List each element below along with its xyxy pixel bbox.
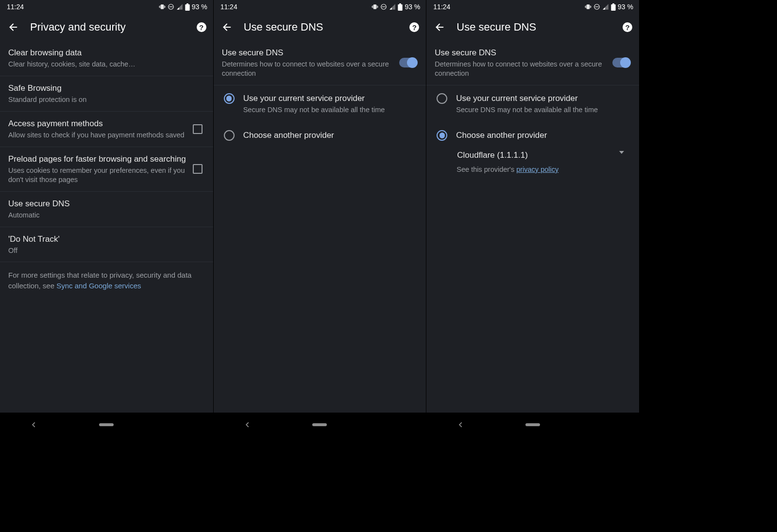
sync-services-link[interactable]: Sync and Google services: [56, 282, 141, 290]
back-icon[interactable]: [8, 22, 18, 33]
option-title: Use your current service provider: [243, 93, 418, 104]
item-subtitle: Off: [8, 246, 206, 255]
status-time: 11:24: [220, 3, 237, 11]
app-bar: Privacy and security ?: [0, 14, 213, 41]
radio-current-provider[interactable]: [437, 93, 447, 104]
status-right: 93 %: [372, 3, 420, 11]
item-access-payment[interactable]: Access payment methods Allow sites to ch…: [0, 112, 213, 147]
chevron-down-icon: [619, 151, 624, 154]
option-title: Choose another provider: [456, 130, 631, 141]
pane-privacy-security: 11:24 93 % Privacy and security ? Clear …: [0, 0, 213, 437]
radio-choose-another[interactable]: [437, 130, 447, 141]
option-current-provider[interactable]: Use your current service provider Secure…: [214, 85, 426, 122]
svg-rect-2: [185, 4, 189, 10]
secure-dns-toggle[interactable]: [399, 58, 417, 67]
item-use-secure-dns[interactable]: Use secure DNS Automatic: [0, 192, 213, 227]
option-title: Choose another provider: [243, 130, 418, 141]
item-preload-pages[interactable]: Preload pages for faster browsing and se…: [0, 147, 213, 192]
toggle-subtitle: Determines how to connect to websites ov…: [435, 60, 607, 78]
battery-icon: [611, 3, 616, 11]
app-bar: Use secure DNS ?: [214, 14, 426, 41]
nav-back-icon[interactable]: [31, 421, 37, 428]
toggle-title: Use secure DNS: [222, 48, 394, 58]
status-time: 11:24: [7, 3, 24, 11]
option-choose-another[interactable]: Choose another provider: [426, 122, 639, 143]
help-icon[interactable]: ?: [409, 22, 419, 32]
status-right: 93 %: [585, 3, 633, 11]
app-bar: Use secure DNS ?: [426, 14, 639, 41]
vibrate-icon: [372, 3, 378, 10]
item-title: Access payment methods: [8, 118, 187, 129]
nav-home-pill[interactable]: [525, 423, 540, 426]
item-subtitle: Clear history, cookies, site data, cache…: [8, 60, 206, 69]
provider-dropdown[interactable]: Cloudflare (1.1.1.1): [456, 146, 626, 163]
item-safe-browsing[interactable]: Safe Browsing Standard protection is on: [0, 76, 213, 112]
vibrate-icon: [585, 3, 591, 10]
item-title: Preload pages for faster browsing and se…: [8, 154, 187, 165]
help-icon[interactable]: ?: [623, 22, 632, 32]
policy-note: See this provider's privacy policy: [456, 165, 626, 174]
page-title: Use secure DNS: [244, 21, 398, 33]
provider-selected: Cloudflare (1.1.1.1): [457, 150, 602, 161]
option-current-provider[interactable]: Use your current service provider Secure…: [426, 85, 639, 122]
nav-back-icon[interactable]: [457, 421, 464, 428]
item-subtitle: Automatic: [8, 211, 206, 220]
dnd-icon: [168, 3, 174, 10]
toggle-title: Use secure DNS: [435, 48, 607, 58]
svg-rect-12: [611, 4, 615, 10]
item-title: Use secure DNS: [8, 199, 206, 209]
vibrate-icon: [159, 3, 166, 10]
pane-secure-dns-custom: 11:24 93 % Use secure DNS ? Use secure D…: [426, 0, 639, 437]
status-bar: 11:24 93 %: [0, 0, 213, 14]
svg-rect-13: [612, 3, 614, 4]
nav-bar: [0, 413, 213, 437]
help-icon[interactable]: ?: [197, 22, 206, 32]
item-title: Clear browsing data: [8, 48, 206, 58]
secure-dns-toggle-row[interactable]: Use secure DNS Determines how to connect…: [426, 41, 639, 85]
secure-dns-toggle[interactable]: [612, 58, 630, 67]
nav-home-pill[interactable]: [312, 423, 327, 426]
signal-icon: [176, 3, 183, 10]
toggle-subtitle: Determines how to connect to websites ov…: [222, 60, 394, 78]
access-payment-checkbox[interactable]: [193, 124, 203, 134]
nav-bar: [214, 413, 426, 437]
secure-dns-toggle-row[interactable]: Use secure DNS Determines how to connect…: [214, 41, 426, 85]
page-title: Privacy and security: [30, 21, 185, 33]
dns-content: Use secure DNS Determines how to connect…: [214, 41, 426, 437]
status-right: 93 %: [159, 3, 207, 11]
svg-rect-3: [186, 3, 188, 4]
svg-rect-7: [398, 4, 403, 10]
option-subtitle: Secure DNS may not be available all the …: [456, 105, 631, 115]
back-icon[interactable]: [221, 22, 232, 33]
item-clear-browsing-data[interactable]: Clear browsing data Clear history, cooki…: [0, 41, 213, 76]
dnd-icon: [593, 3, 600, 10]
status-time: 11:24: [433, 3, 450, 11]
status-bar: 11:24 93 %: [214, 0, 426, 14]
option-subtitle: Secure DNS may not be available all the …: [243, 105, 418, 115]
item-title: 'Do Not Track': [8, 234, 206, 245]
page-title: Use secure DNS: [456, 21, 611, 33]
status-battery-pct: 93 %: [618, 3, 633, 11]
option-choose-another[interactable]: Choose another provider: [214, 122, 426, 149]
back-icon[interactable]: [434, 22, 445, 33]
dnd-icon: [380, 3, 387, 10]
radio-choose-another[interactable]: [224, 130, 235, 141]
preload-checkbox[interactable]: [193, 164, 203, 174]
radio-current-provider[interactable]: [224, 93, 235, 104]
battery-icon: [398, 3, 403, 11]
status-battery-pct: 93 %: [192, 3, 207, 11]
svg-rect-8: [400, 3, 402, 4]
item-do-not-track[interactable]: 'Do Not Track' Off: [0, 227, 213, 263]
item-subtitle: Allow sites to check if you have payment…: [8, 131, 187, 140]
nav-back-icon[interactable]: [244, 421, 251, 428]
privacy-policy-link[interactable]: privacy policy: [516, 166, 558, 173]
provider-block: Cloudflare (1.1.1.1) See this provider's…: [426, 143, 639, 177]
nav-bar: [426, 413, 639, 437]
item-subtitle: Uses cookies to remember your preference…: [8, 166, 187, 184]
pane-secure-dns-auto: 11:24 93 % Use secure DNS ? Use secure D…: [213, 0, 426, 437]
battery-icon: [185, 3, 190, 11]
status-bar: 11:24 93 %: [426, 0, 639, 14]
nav-home-pill[interactable]: [99, 423, 114, 426]
policy-text: See this provider's: [456, 166, 516, 173]
item-title: Safe Browsing: [8, 83, 206, 94]
